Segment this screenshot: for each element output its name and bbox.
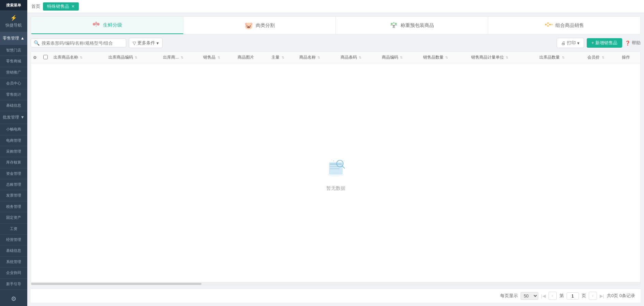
tab-meat-cutting[interactable]: 🐷 肉类分割 <box>183 17 336 34</box>
sort-icon-11: ⇅ <box>562 56 565 59</box>
select-all-checkbox[interactable] <box>43 55 48 59</box>
search-icon: 🔍 <box>34 40 40 46</box>
th-product-code[interactable]: 商品编码 ⇅ <box>380 52 421 63</box>
sidebar-label-inventory: 库存核算 <box>6 160 21 165</box>
th-settings[interactable]: ⚙ <box>31 52 41 63</box>
sidebar-item-retail-mall[interactable]: 零售商城 <box>0 56 27 67</box>
home-tab[interactable]: 首页 <box>31 3 40 10</box>
th-checkbox[interactable] <box>41 52 51 63</box>
sidebar-label-ecom-mgmt: 电商管理 <box>6 138 21 143</box>
page-size-label: 每页显示 <box>500 293 518 299</box>
svg-point-16 <box>551 24 553 25</box>
sidebar-item-retail-mgmt[interactable]: 零售管理 ▲ <box>0 32 27 45</box>
svg-point-5 <box>391 23 393 25</box>
sort-icon-9: ⇅ <box>445 56 448 59</box>
tab-fresh-grading-label: 生鲜分级 <box>103 22 122 28</box>
th-outstock-unit[interactable]: 出库商... ⇅ <box>161 52 201 63</box>
th-outstock-code[interactable]: 出库商品编码 ⇅ <box>106 52 161 63</box>
sidebar-item-smart-store[interactable]: 智慧门店 <box>0 45 27 56</box>
sidebar-item-ecom-mgmt[interactable]: 电商管理 <box>0 135 27 146</box>
sidebar-label-guide: 新手引导 <box>6 281 21 287</box>
tab-weigh-prepack[interactable]: 称重预包装商品 <box>336 17 488 34</box>
search-input[interactable] <box>42 41 117 46</box>
th-product-name[interactable]: 商品名称 ⇅ <box>297 52 339 63</box>
sidebar-item-operations[interactable]: 经营管理 <box>0 234 27 245</box>
search-box[interactable]: 🔍 <box>31 39 126 47</box>
th-actions-label: 操作 <box>622 55 630 60</box>
page-first-icon: |◀ <box>541 293 545 299</box>
tab-meat-cutting-label: 肉类分割 <box>256 22 275 29</box>
page-prev-button[interactable]: ‹ <box>549 292 557 300</box>
sidebar-item-base-info-1[interactable]: 基础信息 <box>0 100 27 111</box>
th-barcode-label: 商品条码 <box>341 55 357 60</box>
sidebar-item-retail-stats[interactable]: 零售统计 <box>0 89 27 100</box>
print-label: 打印 <box>567 40 576 46</box>
th-sales-qty[interactable]: 销售品数量 ⇅ <box>421 52 469 63</box>
main-content: 首页 特殊销售品 ✕ 生鲜分级 <box>27 0 644 306</box>
sidebar-label-member: 会员中心 <box>6 81 21 86</box>
data-table-container: ⚙ 出库商品名称 ⇅ 出库商品编码 ⇅ <box>31 51 641 285</box>
sidebar-item-marketing[interactable]: 营销推广 <box>0 67 27 78</box>
add-product-button[interactable]: + 新增销售品 <box>587 38 622 48</box>
sort-icon-7: ⇅ <box>359 56 361 59</box>
svg-rect-21 <box>330 168 340 169</box>
empty-state: 暂无数据 <box>31 63 640 282</box>
th-member-price[interactable]: 会员价 ⇅ <box>585 52 620 63</box>
filter-label: 更多条件 <box>137 40 155 46</box>
svg-point-13 <box>547 22 549 24</box>
th-sales-unit[interactable]: 销售商品计量单位 ⇅ <box>469 52 537 63</box>
th-outstock-unit-label: 出库商... <box>163 55 179 60</box>
th-outstock-name[interactable]: 出库商品名称 ⇅ <box>51 52 106 63</box>
print-icon: 🖨 <box>561 41 566 46</box>
sidebar-gear-button[interactable]: ⚙ <box>0 292 27 306</box>
th-outstock-qty[interactable]: 出库品数量 ⇅ <box>537 52 585 63</box>
th-member-price-label: 会员价 <box>587 55 600 60</box>
sidebar-item-ecommerce[interactable]: 小畅电商 <box>0 124 27 135</box>
help-button[interactable]: ❓ 帮助 <box>625 40 641 46</box>
sidebar-item-base-info-2[interactable]: 基础信息 <box>0 245 27 256</box>
page-number-input[interactable] <box>567 292 579 300</box>
sidebar-item-system[interactable]: 系统管理 <box>0 257 27 267</box>
sidebar-item-invoice[interactable]: 发票管理 <box>0 190 27 201</box>
svg-point-25 <box>331 159 332 160</box>
sidebar-item-enterprise[interactable]: 企业协同 <box>0 267 27 278</box>
sidebar-item-purchase[interactable]: 采购管理 <box>0 146 27 157</box>
sidebar-label-finance: 资金管理 <box>6 171 21 176</box>
sidebar-item-salary[interactable]: 工资 <box>0 224 27 234</box>
sidebar-label-operations: 经营管理 <box>6 237 21 242</box>
filter-button[interactable]: ▽ 更多条件 ▾ <box>129 38 163 48</box>
sidebar-label-quick-nav: 快捷导航 <box>5 22 22 28</box>
sidebar-label-system: 系统管理 <box>6 259 21 264</box>
tab-combo-sales-label: 组合商品销售 <box>555 22 584 29</box>
th-barcode[interactable]: 商品条码 ⇅ <box>339 52 380 63</box>
active-tab[interactable]: 特殊销售品 ✕ <box>43 2 79 11</box>
sidebar-item-wholesale[interactable]: 批发管理 ▼ <box>0 111 27 124</box>
sidebar-item-quick-nav[interactable]: ⚡ 快捷导航 <box>0 11 27 32</box>
settings-icon[interactable]: ⚙ <box>33 55 37 60</box>
sidebar-item-inventory[interactable]: 库存核算 <box>0 157 27 168</box>
sidebar-label-retail-stats: 零售统计 <box>6 92 21 97</box>
svg-rect-9 <box>393 25 395 27</box>
page-next-button[interactable]: › <box>589 292 597 300</box>
page-size-select[interactable]: 50 10 20 100 <box>521 292 538 300</box>
tab-fresh-grading[interactable]: 生鲜分级 <box>31 17 183 34</box>
sidebar-item-member[interactable]: 会员中心 <box>0 78 27 89</box>
horizontal-scrollbar[interactable] <box>31 282 640 285</box>
close-tab-icon[interactable]: ✕ <box>71 4 75 9</box>
sidebar-item-tax[interactable]: 税务管理 <box>0 201 27 212</box>
toolbar-left: 🔍 ▽ 更多条件 ▾ <box>31 38 163 48</box>
print-button[interactable]: 🖨 打印 ▾ <box>557 38 584 48</box>
tab-combo-sales[interactable]: 组合商品销售 <box>488 17 640 34</box>
th-sales-product[interactable]: 销售品 ⇅ <box>201 52 236 63</box>
th-product-name-label: 商品名称 <box>299 55 316 60</box>
sidebar-item-guide[interactable]: 新手引导 <box>0 279 27 290</box>
sidebar-item-finance[interactable]: 资金管理 <box>0 168 27 179</box>
sidebar-label-retail-mgmt: 零售管理 <box>3 35 19 41</box>
svg-line-23 <box>342 166 344 168</box>
sidebar-item-ledger[interactable]: 总账管理 <box>0 179 27 190</box>
scroll-thumb[interactable] <box>31 283 201 285</box>
sidebar-label-marketing: 营销推广 <box>6 70 21 75</box>
th-main-quantity[interactable]: 主量 ⇅ <box>269 52 297 63</box>
sidebar-item-fixed-assets[interactable]: 固定资产 <box>0 212 27 223</box>
sidebar-logo[interactable]: 搜索菜单 <box>0 0 27 11</box>
